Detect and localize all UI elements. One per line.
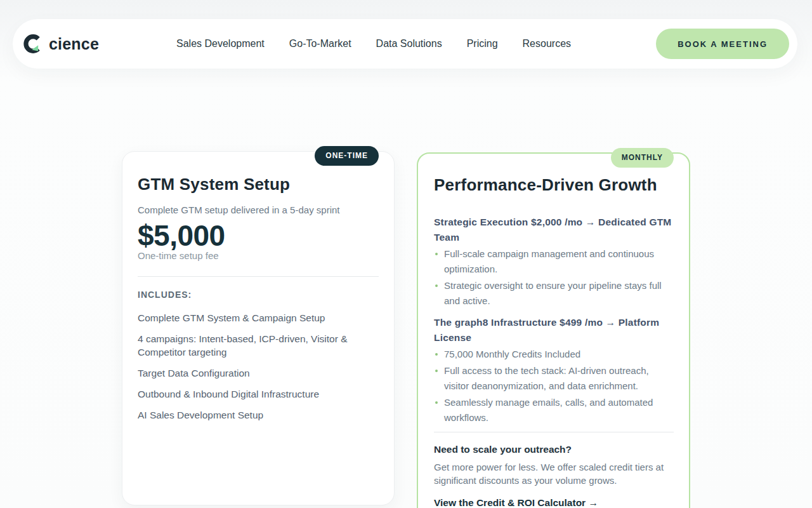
bullet-item: 75,000 Monthly Credits Included [434, 347, 674, 362]
one-time-badge: ONE-TIME [315, 146, 379, 166]
right-card-divider [434, 432, 674, 432]
includes-list: Complete GTM System & Campaign Setup4 ca… [138, 311, 379, 422]
bullet-item: Seamlessly manage emails, calls, and aut… [434, 395, 674, 425]
includes-item: AI Sales Development Setup [138, 408, 379, 422]
scale-outreach-heading: Need to scale your outreach? [434, 444, 674, 455]
includes-item: 4 campaigns: Intent-based, ICP-driven, V… [138, 332, 379, 359]
right-card-title: Performance-Driven Growth [434, 175, 674, 194]
book-a-meeting-button[interactable]: BOOK A MEETING [656, 29, 789, 59]
bullet-dot-icon [435, 353, 438, 356]
nav-item-sales-development[interactable]: Sales Development [176, 38, 265, 50]
includes-item: Target Data Configuration [138, 366, 379, 380]
bullet-text: Full access to the tech stack: AI-driven… [444, 365, 649, 391]
monthly-badge: MONTHLY [611, 148, 674, 168]
bullet-item: Full access to the tech stack: AI-driven… [434, 363, 674, 394]
pricing-section: The graph8 Infrastructure $499 /mo → Pla… [434, 315, 674, 425]
left-card-title: GTM System Setup [138, 175, 379, 194]
cience-logo-icon [23, 34, 43, 54]
includes-label: INCLUDES: [138, 290, 379, 300]
nav-item-resources[interactable]: Resources [523, 38, 571, 50]
bullet-item: Full-scale campaign management and conti… [434, 246, 674, 277]
left-card-divider [138, 276, 379, 277]
bullet-dot-icon [435, 401, 438, 404]
cience-logo[interactable]: cience [23, 34, 99, 54]
section-heading: The graph8 Infrastructure $499 /mo → Pla… [434, 315, 674, 345]
top-navigation-bar: cience Sales DevelopmentGo-To-MarketData… [13, 19, 797, 69]
bullet-text: Full-scale campaign management and conti… [444, 248, 654, 274]
section-heading: Strategic Execution $2,000 /mo → Dedicat… [434, 215, 674, 245]
includes-item: Complete GTM System & Campaign Setup [138, 311, 379, 324]
bullet-dot-icon [435, 253, 438, 255]
nav-item-pricing[interactable]: Pricing [467, 38, 498, 50]
nav-item-data-solutions[interactable]: Data Solutions [376, 38, 442, 50]
credit-roi-calculator-link[interactable]: View the Credit & ROI Calculator → [434, 497, 598, 508]
bullet-text: 75,000 Monthly Credits Included [444, 349, 580, 359]
pricing-section: Strategic Execution $2,000 /mo → Dedicat… [434, 215, 674, 309]
left-card-subtitle: Complete GTM setup delivered in a 5-day … [138, 204, 379, 217]
gtm-system-setup-card: ONE-TIME GTM System Setup Complete GTM s… [122, 151, 395, 505]
performance-driven-growth-card: MONTHLY Performance-Driven Growth Strate… [417, 152, 690, 508]
bullet-dot-icon [435, 370, 438, 372]
bullet-text: Seamlessly manage emails, calls, and aut… [444, 397, 653, 423]
main-nav: Sales DevelopmentGo-To-MarketData Soluti… [176, 38, 571, 50]
bullet-text: Strategic oversight to ensure your pipel… [444, 280, 662, 306]
scale-outreach-text: Get more power for less. We offer scaled… [434, 460, 674, 487]
section-bullets: 75,000 Monthly Credits IncludedFull acce… [434, 347, 674, 425]
nav-item-go-to-market[interactable]: Go-To-Market [289, 38, 351, 50]
price-note: One-time setup fee [138, 250, 379, 262]
right-card-sections: Strategic Execution $2,000 /mo → Dedicat… [434, 215, 674, 425]
includes-item: Outbound & Inbound Digital Infrastructur… [138, 387, 379, 401]
bullet-dot-icon [435, 284, 438, 287]
section-bullets: Full-scale campaign management and conti… [434, 246, 674, 309]
bullet-item: Strategic oversight to ensure your pipel… [434, 278, 674, 309]
price-value: $5,000 [138, 222, 379, 250]
logo-text: cience [49, 35, 99, 53]
